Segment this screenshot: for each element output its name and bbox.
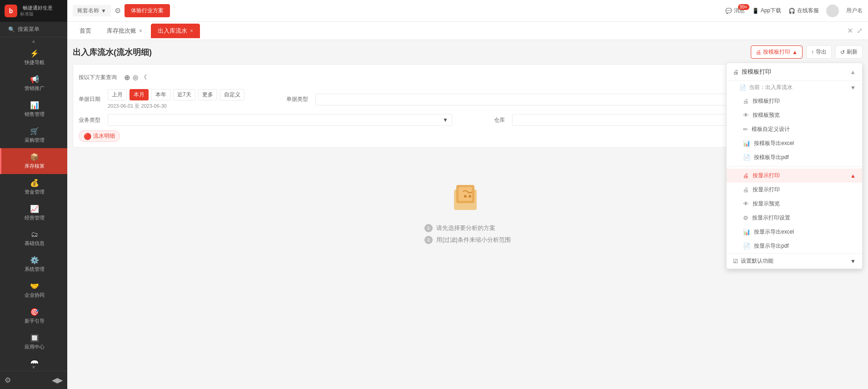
username-label: 用户名 [846,7,863,15]
date-buttons: 上月 本月 本年 近7天 更多 自定义 [108,89,244,100]
sidebar-item-marketing[interactable]: 📢 营销推广 [0,70,67,96]
date-btn-custom[interactable]: 自定义 [220,89,244,100]
sidebar-item-quicknav[interactable]: ⚡ 快捷导航 [0,45,67,70]
dropdown-display-print-section[interactable]: 🖨 按显示打印 ▲ [727,169,862,183]
date-btn-7days[interactable]: 近7天 [173,89,195,100]
dropdown-display-export-pdf[interactable]: 📄 按显示导出pdf [727,239,862,253]
filter-settings-icon[interactable]: ◎ [133,74,138,81]
service-button[interactable]: 🎧 在线客服 [788,7,819,15]
sidebar-item-operations[interactable]: 📈 经营管理 [0,200,67,226]
dropdown-title: 按模板打印 [742,68,771,76]
close-all-tabs-icon[interactable]: ✕ [847,26,853,35]
app-download-button[interactable]: 📱 App下载 [752,7,781,15]
filter-tag-label: 流水明细 [93,132,115,140]
dropdown-template-print[interactable]: 🖨 按模板打印 [727,94,862,108]
sidebar-item-sales[interactable]: 📊 销售管理 [0,96,67,122]
dropdown-display-print[interactable]: 🖨 按显示打印 [727,183,862,197]
logo-icon: b [5,5,17,17]
display-print-icon: 🖨 [743,186,749,193]
settings-icon[interactable]: ⚙ [5,376,11,384]
dropdown-collapse-icon[interactable]: ▲ [850,69,856,75]
display-export-pdf-icon: 📄 [743,243,750,249]
display-print-collapse-icon: ▲ [850,173,856,179]
step-num-1: ① [424,224,433,232]
refresh-button[interactable]: ↺ 刷新 [835,45,863,59]
sidebar-scroll-down[interactable]: ▼ [0,364,67,371]
dropdown-header: 🖨 按模板打印 ▲ [727,63,862,81]
dropdown-display-print-settings[interactable]: ⚙ 按显示打印设置 [727,211,862,225]
wechat-icon: 💬 [30,359,39,364]
dropdown-template-export-excel-label: 按模板导出excel [754,140,794,147]
print-dropdown-button[interactable]: 🖨 按模板打印 ▲ [751,45,803,59]
sidebar-item-label: 采购管理 [25,137,45,144]
dropdown-footer[interactable]: ☑ 设置默认功能 ▼ [727,253,862,269]
maximize-tab-icon[interactable]: ⤢ [857,26,863,35]
trial-button[interactable]: 体验行业方案 [125,4,170,17]
sidebar-item-wechat[interactable]: 💬 企业微信 [0,355,67,364]
sidebar-item-basics[interactable]: 🗂 基础信息 [0,226,67,251]
dropdown-display-print-section-label: 按显示打印 [753,172,780,180]
tab-inventory-flow-close[interactable]: × [190,28,193,34]
print-dropdown-panel: 🖨 按模板打印 ▲ 📄 当前：出入库流水 ▼ 🖨 按模板打印 👁 [726,63,863,269]
sidebar-item-label: 新手引导 [25,318,45,324]
collapse-sidebar-icon[interactable]: ◀▶ [52,376,63,384]
sidebar-item-finance[interactable]: 💰 资金管理 [0,174,67,200]
dropdown-template-customize[interactable]: ✏ 模板自定义设计 [727,122,862,136]
date-filter-label: 单据日期 [79,95,100,103]
print-dropdown-arrow-up: ▲ [792,49,798,55]
dropdown-display-export-pdf-label: 按显示导出pdf [754,242,789,250]
date-btn-this-month[interactable]: 本月 [130,89,149,100]
filter-add-icon[interactable]: ⊕ [124,73,130,82]
dropdown-display-export-excel[interactable]: 📊 按显示导出excel [727,225,862,239]
display-print-settings-icon: ⚙ [743,214,748,221]
biztype-select[interactable]: ▼ [108,114,452,126]
dropdown-template-preview[interactable]: 👁 按模板预览 [727,108,862,122]
sidebar-item-apps[interactable]: 🔲 应用中心 [0,329,67,355]
quicknav-icon: ⚡ [30,49,39,58]
tab-home[interactable]: 首页 [73,24,98,38]
sidebar-search[interactable]: 🔍 搜索菜单 [0,22,67,37]
logo-subtitle: 标准版 [20,11,53,17]
dropdown-template-print-label: 按模板打印 [753,97,780,105]
sidebar-scroll-up[interactable]: ▲ [0,37,67,45]
message-button[interactable]: 💬 消息 99+ [725,7,745,15]
sidebar-item-guide[interactable]: 🎯 新手引导 [0,303,67,329]
date-btn-this-year[interactable]: 本年 [151,89,170,100]
filter-tag-shuimingxi[interactable]: 🔴 流水明细 [79,130,120,142]
sidebar-item-label: 营销推广 [25,85,45,92]
breadcrumb-dropdown-icon: ▼ [101,8,106,14]
set-default-label: 设置默认功能 [741,257,773,265]
date-btn-last-month[interactable]: 上月 [108,89,127,100]
sidebar-item-inventory[interactable]: 📦 库存核算 [0,148,67,174]
template-print-icon: 🖨 [743,98,749,105]
tab-inventory-flow[interactable]: 出入库流水 × [151,24,200,38]
tab-inventory-batch[interactable]: 库存批次账 × [100,24,149,38]
step-2-text: 用[过滤]条件来缩小分析范围 [436,236,510,244]
dropdown-display-print-label: 按显示打印 [753,186,780,194]
sidebar-item-purchase[interactable]: 🛒 采购管理 [0,122,67,148]
dropdown-template-export-excel[interactable]: 📊 按模板导出excel [727,136,862,150]
filter-collapse-icon[interactable]: 《 [141,73,147,81]
date-btn-more[interactable]: 更多 [198,89,217,100]
user-avatar[interactable] [826,5,839,17]
dropdown-template-export-pdf-label: 按模板导出pdf [754,154,789,161]
empty-illustration [449,180,486,217]
display-preview-icon: 👁 [743,200,749,207]
account-breadcrumb[interactable]: 账套名称 ▼ [73,5,111,16]
sidebar-item-cooperation[interactable]: 🤝 企业协同 [0,277,67,303]
dropdown-template-export-pdf[interactable]: 📄 按模板导出pdf [727,150,862,165]
logo: b 畅捷通好生意 标准版 [0,0,67,22]
sidebar-item-system[interactable]: ⚙️ 系统管理 [0,251,67,277]
topbar-settings-icon[interactable]: ⚙ [115,6,121,15]
step-1-text: 请先选择要分析的方案 [436,224,495,232]
sales-icon: 📊 [30,101,39,110]
tab-home-label: 首页 [80,27,91,35]
export-button[interactable]: ↑ 导出 [806,45,832,59]
tabs-bar: 首页 库存批次账 × 出入库流水 × ✕ ⤢ [67,22,868,40]
tab-inventory-batch-close[interactable]: × [139,28,142,34]
print-icon: 🖨 [756,49,761,55]
dropdown-display-preview[interactable]: 👁 按显示预览 [727,197,862,211]
operations-icon: 📈 [30,204,39,213]
sidebar-item-label: 经营管理 [25,214,45,221]
guide-icon: 🎯 [30,308,39,316]
